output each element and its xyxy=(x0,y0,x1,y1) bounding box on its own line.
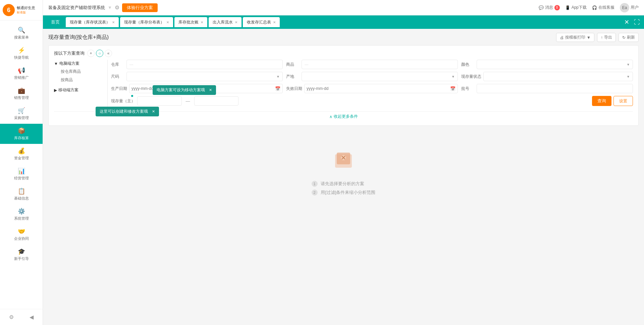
size-select[interactable]: ▼ xyxy=(126,72,283,81)
maximize-btn[interactable]: ⛶ xyxy=(633,19,641,26)
filter-stock-main: 现存量（主） — xyxy=(111,96,238,106)
filter-row-4: 现存量（主） — 查询 设置 xyxy=(111,96,633,106)
phone-icon: 📱 xyxy=(565,5,570,10)
sidebar-item-finance[interactable]: 💰 资金管理 xyxy=(0,144,43,164)
filter-area: 电脑方案可设为移动方案哦 ✕ 这里可以创建和修改方案哦 ✕ 按以下方案查询 + … xyxy=(48,45,639,126)
calendar-icon-2: 📅 xyxy=(450,86,455,91)
messages-button[interactable]: 💬 消息 8 xyxy=(539,5,560,10)
collapse-sidebar-button[interactable]: ◀ xyxy=(28,313,35,322)
online-support-button[interactable]: 🎧 在线客服 xyxy=(592,5,614,10)
purchase-icon: 🛒 xyxy=(18,107,25,114)
scheme-pc-item-2[interactable]: 按商品 xyxy=(54,76,104,84)
filter-header: 按以下方案查询 + ○ « xyxy=(54,50,633,57)
user-area[interactable]: Ea 用户 xyxy=(620,3,639,12)
message-badge: 8 xyxy=(554,5,560,10)
logo-icon: 6 xyxy=(3,4,15,16)
sidebar-item-enterprise[interactable]: 🤝 企业协同 xyxy=(0,224,43,245)
warehouse-select[interactable]: ··· xyxy=(126,60,283,69)
step-2: 2 用[过滤]条件来缩小分析范围 xyxy=(312,188,376,197)
export-button[interactable]: ↑ 导出 xyxy=(597,33,616,42)
refresh-button[interactable]: ↻ 刷新 xyxy=(619,33,639,42)
tab-summary[interactable]: 收发存汇总表 ✕ xyxy=(243,17,280,27)
batch-input[interactable] xyxy=(477,84,633,93)
tab-close-3[interactable]: ✕ xyxy=(201,20,203,24)
tooltip2-close[interactable]: ✕ xyxy=(152,109,155,114)
sidebar-item-search[interactable]: 🔍 搜索菜单 xyxy=(0,23,43,43)
step-num-2: 2 xyxy=(312,189,318,196)
empty-illustration xyxy=(330,146,357,173)
page-title-bar: 现存量查询(按仓库+商品) 🖨 按模板打印 ▼ ↑ 导出 ↻ 刷新 xyxy=(48,33,639,42)
page-title-actions: 🖨 按模板打印 ▼ ↑ 导出 ↻ 刷新 xyxy=(556,33,639,42)
marketing-icon: 📢 xyxy=(18,67,25,74)
sidebar-footer: ⚙ ◀ xyxy=(0,309,43,325)
sidebar-item-operations[interactable]: 📊 经营管理 xyxy=(0,164,43,184)
empty-state: 1 请先选择要分析的方案 2 用[过滤]条件来缩小分析范围 xyxy=(48,126,639,217)
expire-date-input-wrap[interactable]: 📅 xyxy=(304,84,458,93)
sidebar-item-basic-info[interactable]: 📋 基础信息 xyxy=(0,184,43,204)
sidebar-item-system[interactable]: ⚙️ 系统管理 xyxy=(0,204,43,224)
stock-max-input[interactable] xyxy=(194,96,239,106)
basic-info-icon: 📋 xyxy=(18,187,25,195)
expand-icon-mobile: ▶ xyxy=(54,88,57,93)
tab-inventory-dist[interactable]: 现存量（库存分布表） ✕ xyxy=(120,17,173,27)
template-print-button[interactable]: 🖨 按模板打印 ▼ xyxy=(556,33,594,42)
dropdown-icon: ▼ xyxy=(587,35,591,40)
filter-warehouse: 仓库 ··· xyxy=(111,60,283,69)
sidebar-item-guide[interactable]: 🎓 新手引导 xyxy=(0,245,43,265)
filter-color: 颜色 ▼ xyxy=(461,60,633,69)
app-download-button[interactable]: 📱 App下载 xyxy=(565,5,587,10)
header-left: 装备及固定资产辅助管理系统 ▼ ⚙ 体验行业方案 xyxy=(48,3,158,12)
page-inner: 现存量查询(按仓库+商品) 🖨 按模板打印 ▼ ↑ 导出 ↻ 刷新 xyxy=(43,29,644,221)
batch-label: 批号 xyxy=(461,86,475,92)
chevron-size-icon: ▼ xyxy=(276,75,280,78)
tab-flow[interactable]: 出入库流水 ✕ xyxy=(209,17,241,27)
expire-date-input[interactable] xyxy=(307,86,449,91)
sidebar-item-purchase[interactable]: 🛒 采购管理 xyxy=(0,104,43,124)
settings-button[interactable]: ⚙ xyxy=(8,313,15,322)
stock-status-select[interactable]: ▼ xyxy=(483,72,633,81)
scheme-mobile-header[interactable]: ▶ 移动端方案 xyxy=(54,86,104,94)
chevron-down-icon: ▼ xyxy=(627,63,630,66)
query-buttons: 查询 设置 xyxy=(592,96,633,106)
back-scheme-button[interactable]: « xyxy=(105,50,112,57)
close-tab-btn[interactable]: ✕ xyxy=(623,18,631,26)
header-right: 💬 消息 8 📱 App下载 🎧 在线客服 Ea 用户 xyxy=(539,3,639,12)
goods-select[interactable]: ··· xyxy=(302,60,458,69)
sidebar-item-inventory[interactable]: 📦 库存核算 xyxy=(0,124,43,144)
filter-actions: + ○ « xyxy=(87,50,112,57)
add-scheme-button[interactable]: + xyxy=(87,50,95,57)
reset-button[interactable]: 设置 xyxy=(613,96,633,106)
scheme-section-pc: ▼ 电脑端方案 按仓库商品 按商品 xyxy=(54,60,104,84)
filter-scheme-area: ▼ 电脑端方案 按仓库商品 按商品 ▶ 移动端方案 xyxy=(54,60,633,109)
filter-goods: 商品 ··· xyxy=(286,60,458,69)
chevron-origin-icon: ▼ xyxy=(451,75,455,78)
finance-icon: 💰 xyxy=(18,147,25,155)
sidebar-nav: 🔍 搜索菜单 ⚡ 快捷导航 📢 营销推广 💼 销售管理 🛒 采购管理 📦 库存核… xyxy=(0,20,43,309)
tab-close-4[interactable]: ✕ xyxy=(235,20,237,24)
settings-gear-icon[interactable]: ⚙ xyxy=(115,4,119,11)
expand-icon: ▼ xyxy=(54,61,58,66)
scheme-pc-header[interactable]: ▼ 电脑端方案 xyxy=(54,60,104,67)
color-select[interactable]: ▼ xyxy=(477,60,633,69)
tab-home[interactable]: 首页 xyxy=(46,15,65,29)
page-content: 现存量查询(按仓库+商品) 🖨 按模板打印 ▼ ↑ 导出 ↻ 刷新 xyxy=(43,29,644,325)
trial-button[interactable]: 体验行业方案 xyxy=(122,3,158,12)
scheme-pc-item-1[interactable]: 按仓库商品 xyxy=(54,67,104,76)
sidebar-item-sales[interactable]: 💼 销售管理 xyxy=(0,84,43,104)
expire-date-label: 失效日期 xyxy=(286,86,302,92)
tab-close-1[interactable]: ✕ xyxy=(112,20,115,24)
edit-scheme-button[interactable]: ○ xyxy=(96,50,103,57)
tab-close-2[interactable]: ✕ xyxy=(166,20,169,24)
size-label: 尺码 xyxy=(111,74,124,79)
tab-inventory-status[interactable]: 现存量（库存状况表） ✕ xyxy=(66,17,119,27)
sidebar-item-marketing[interactable]: 📢 营销推广 xyxy=(0,63,43,84)
warehouse-dots: ··· xyxy=(129,62,133,67)
tooltip1-close[interactable]: ✕ xyxy=(209,88,212,92)
tab-close-5[interactable]: ✕ xyxy=(273,20,276,24)
stock-min-input[interactable] xyxy=(137,96,182,106)
tab-batch-ledger[interactable]: 库存批次账 ✕ xyxy=(174,17,207,27)
headset-icon: 🎧 xyxy=(592,5,597,10)
query-button[interactable]: 查询 xyxy=(592,96,611,106)
sidebar-item-quicknav[interactable]: ⚡ 快捷导航 xyxy=(0,43,43,63)
origin-select[interactable]: ▼ xyxy=(302,72,458,81)
